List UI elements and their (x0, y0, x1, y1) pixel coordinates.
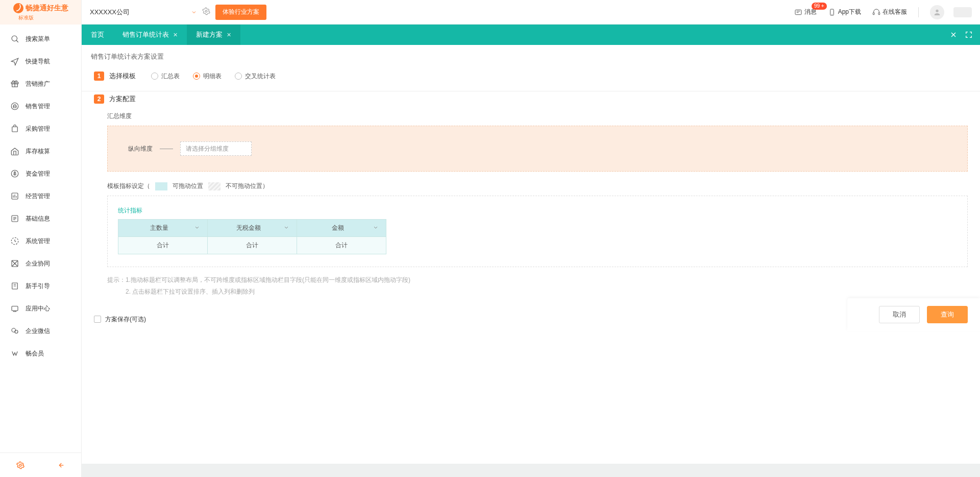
messages-link[interactable]: 消息 99 + (794, 8, 817, 16)
step1-label: 选择模板 (109, 71, 136, 81)
sidebar-item-home[interactable]: 库存核算 (0, 140, 81, 162)
sidebar-item-label: 采购管理 (26, 125, 50, 133)
metrics-footer-cell: 合计 (118, 237, 208, 254)
legend-prefix: 模板指标设定（ (107, 182, 150, 190)
footer-actions: 取消 查询 (847, 298, 980, 331)
sidebar-item-label: 库存核算 (26, 147, 50, 156)
sidebar: 畅捷通好生意 标准版 搜索菜单快捷导航营销推广销售管理采购管理库存核算资金管理经… (0, 0, 82, 477)
chart-icon (10, 192, 19, 201)
company-selector[interactable]: XXXXXX公司 (90, 8, 197, 17)
metrics-header[interactable]: 无税金额 (208, 220, 297, 237)
radio-icon (235, 73, 242, 80)
radio-label: 交叉统计表 (245, 72, 276, 81)
sidebar-item-cart[interactable]: 销售管理 (0, 95, 81, 117)
chevron-down-icon[interactable] (373, 224, 379, 232)
metrics-header-label: 无税金额 (236, 224, 261, 232)
book-icon (10, 281, 19, 291)
list-icon (10, 214, 19, 223)
trial-button[interactable]: 体验行业方案 (215, 5, 266, 20)
query-button[interactable]: 查询 (927, 306, 968, 323)
close-icon[interactable]: ✕ (227, 32, 231, 38)
step2-badge: 2 (94, 94, 104, 104)
close-all-icon[interactable] (949, 31, 958, 39)
sidebar-item-gift[interactable]: 营销推广 (0, 73, 81, 95)
panel: 销售订单统计表方案设置 1 选择模板 汇总表明细表交叉统计表 2 方案配置 (82, 45, 980, 464)
radio-icon (193, 73, 200, 80)
search-icon (10, 34, 19, 43)
collapse-icon[interactable] (56, 461, 65, 470)
app-root: 畅捷通好生意 标准版 搜索菜单快捷导航营销推广销售管理采购管理库存核算资金管理经… (0, 0, 980, 477)
step1-section: 1 选择模板 汇总表明细表交叉统计表 (82, 68, 980, 91)
sidebar-item-wechat[interactable]: 企业微信 (0, 320, 81, 342)
tab[interactable]: 销售订单统计表✕ (113, 25, 187, 45)
radio-label: 明细表 (203, 72, 222, 81)
gear-icon[interactable] (202, 7, 210, 17)
sidebar-item-label: 搜索菜单 (26, 35, 50, 43)
sidebar-item-sync[interactable]: 系统管理 (0, 230, 81, 252)
chevron-down-icon[interactable] (194, 224, 200, 232)
settings-icon[interactable] (16, 461, 25, 470)
app-icon (10, 304, 19, 313)
logo[interactable]: 畅捷通好生意 标准版 (0, 0, 81, 25)
main: XXXXXX公司 体验行业方案 消息 99 + App下载 在线客服 (82, 0, 980, 477)
template-radio[interactable]: 汇总表 (151, 72, 180, 81)
support-link[interactable]: 在线客服 (872, 8, 907, 16)
sidebar-item-label: 资金管理 (26, 170, 50, 178)
metrics-footer-cell: 合计 (297, 237, 386, 254)
radio-label: 汇总表 (161, 72, 180, 81)
team-icon (10, 259, 19, 268)
sidebar-item-bag[interactable]: 采购管理 (0, 117, 81, 140)
sidebar-item-label: 畅会员 (26, 349, 44, 358)
tab[interactable]: 新建方案✕ (187, 25, 240, 45)
close-icon[interactable]: ✕ (173, 32, 178, 38)
sidebar-item-team[interactable]: 企业协同 (0, 252, 81, 275)
sidebar-item-list[interactable]: 基础信息 (0, 207, 81, 230)
chevron-down-icon (191, 9, 197, 15)
svg-point-20 (936, 9, 938, 12)
metrics-header[interactable]: 金额 (297, 220, 386, 237)
cancel-button[interactable]: 取消 (879, 306, 920, 323)
sidebar-item-chart[interactable]: 经营管理 (0, 185, 81, 207)
sidebar-item-label: 企业微信 (26, 327, 50, 336)
sidebar-item-wallet[interactable]: 资金管理 (0, 162, 81, 185)
company-name: XXXXXX公司 (90, 8, 130, 17)
legend-nodrag-label: 不可拖动位置） (226, 182, 268, 190)
svg-point-15 (205, 10, 207, 12)
sidebar-item-book[interactable]: 新手引导 (0, 275, 81, 297)
svg-rect-11 (12, 306, 18, 311)
chevron-down-icon[interactable] (283, 224, 289, 232)
app-download-link[interactable]: App下载 (828, 8, 861, 16)
legend-drag-label: 可拖动位置 (173, 182, 203, 190)
metrics-footer-cell: 合计 (208, 237, 297, 254)
sidebar-item-compass[interactable]: 快捷导航 (0, 50, 81, 73)
dimension-label: 纵向维度 (128, 145, 153, 153)
save-option-row: 方案保存(可选) (82, 308, 980, 331)
sidebar-item-label: 应用中心 (26, 304, 50, 313)
metrics-header[interactable]: 主数量 (118, 220, 208, 237)
save-checkbox[interactable] (94, 316, 101, 323)
dimension-selector[interactable]: 请选择分组维度 (180, 141, 252, 156)
step2-section: 2 方案配置 汇总维度 纵向维度 请选择分组维度 (82, 91, 980, 308)
legend-swatch-fixed (208, 182, 220, 190)
metrics-table: 主数量无税金额金额 合计合计合计 (118, 219, 386, 254)
sidebar-item-app[interactable]: 应用中心 (0, 297, 81, 320)
tab-label: 新建方案 (196, 30, 223, 39)
sidebar-item-vip[interactable]: 畅会员 (0, 342, 81, 365)
dimension-line (160, 149, 173, 149)
svg-rect-4 (12, 127, 18, 132)
sidebar-item-label: 经营管理 (26, 192, 50, 201)
avatar[interactable] (930, 5, 944, 19)
dimension-dropzone[interactable]: 纵向维度 请选择分组维度 (107, 126, 968, 172)
hint-2: 2. 点击标题栏下拉可设置排序、插入列和删除列 (107, 286, 968, 298)
page-title: 销售订单统计表方案设置 (82, 45, 980, 68)
template-radio[interactable]: 交叉统计表 (235, 72, 276, 81)
template-radio[interactable]: 明细表 (193, 72, 222, 81)
fullscreen-icon[interactable] (965, 31, 973, 39)
sidebar-item-label: 基础信息 (26, 214, 50, 223)
content: 销售订单统计表方案设置 1 选择模板 汇总表明细表交叉统计表 2 方案配置 (82, 45, 980, 477)
user-menu[interactable] (953, 7, 972, 17)
tab[interactable]: 首页 (82, 25, 113, 45)
tab-bar-actions (949, 31, 980, 39)
sync-icon (10, 236, 19, 246)
sidebar-item-search[interactable]: 搜索菜单 (0, 28, 81, 50)
